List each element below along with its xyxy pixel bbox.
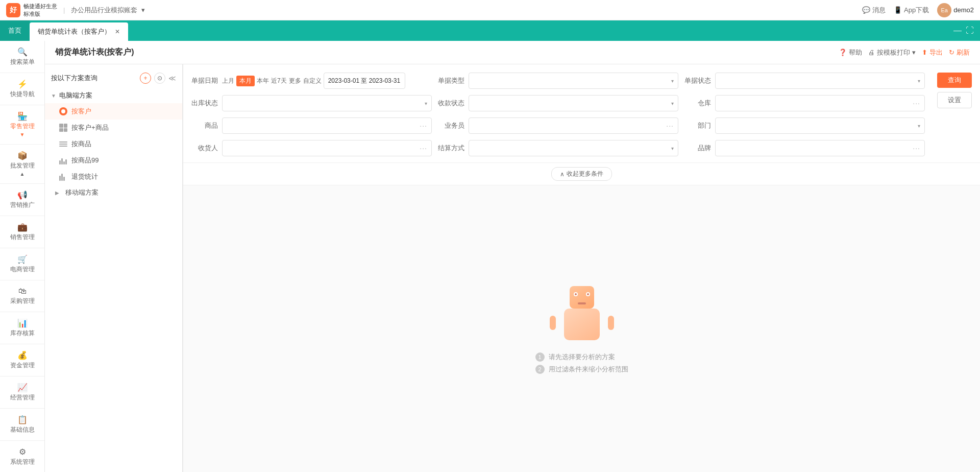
goods-input[interactable]: ··· (222, 117, 432, 134)
empty-illustration (554, 284, 610, 340)
date-tab-this-year[interactable]: 本年 (257, 77, 269, 85)
sidebar-item-basic[interactable]: 📋 基础信息 (0, 409, 44, 441)
filter-brand-field: 品牌 ··· (684, 140, 925, 156)
payment-status-dropdown[interactable]: ▾ (469, 95, 678, 111)
date-tab-more[interactable]: 更多 (289, 77, 301, 85)
date-tab-last-7[interactable]: 近7天 (271, 77, 287, 85)
filter-out-status-field: 出库状态 ▾ (191, 95, 432, 111)
scheme-item-by-goods-99[interactable]: 按商品99 (45, 152, 182, 169)
salesperson-input[interactable]: ··· (469, 117, 678, 134)
main-content: 🔍 搜索菜单 ⚡ 快捷导航 🏪 零售管理 ▼ 📦 批发管理 ▲ 📢 营销推广 (0, 41, 980, 472)
scheme-desktop-group-header[interactable]: ▼ 电脑端方案 (45, 88, 182, 103)
top-bar-title: 办公用品行业模拟账套 (71, 6, 137, 15)
query-button[interactable]: 查询 (937, 73, 972, 88)
sidebar-item-sales[interactable]: 💼 销售管理 (0, 216, 44, 248)
print-button[interactable]: 🖨 按模板打印 ▾ (868, 48, 916, 57)
sidebar-item-operations[interactable]: 📈 经营管理 (0, 376, 44, 409)
doc-status-dropdown[interactable]: ▾ (715, 73, 925, 89)
sidebar-item-finance[interactable]: 💰 资金管理 (0, 344, 44, 376)
basic-icon: 📋 (4, 415, 40, 424)
date-tab-this-month[interactable]: 本月 (236, 76, 255, 86)
page-area: 销货单统计表(按客户) ❓ 帮助 🖨 按模板打印 ▾ ⬆ 导出 (45, 41, 980, 472)
sidebar-item-system[interactable]: ⚙ 系统管理 (0, 441, 44, 472)
empty-hint-1: 1 请先选择要分析的方案 (535, 352, 628, 362)
tab-minimize-icon[interactable]: — (953, 26, 962, 35)
content-panel: 按以下方案查询 + ⊙ ≪ ▼ 电脑端方案 (45, 64, 980, 472)
operations-icon: 📈 (4, 383, 40, 392)
tab-sales-stat[interactable]: 销货单统计表（按客户） ✕ (30, 22, 128, 41)
scheme-collapse-button[interactable]: ≪ (168, 74, 176, 82)
user-name: demo2 (953, 6, 974, 14)
settlement-dropdown[interactable]: ▾ (469, 140, 678, 156)
doc-status-label: 单据状态 (684, 76, 715, 85)
message-button[interactable]: 💬 消息 (862, 6, 886, 15)
illustration-eye-right (586, 292, 590, 296)
scheme-header: 按以下方案查询 + ⊙ ≪ (45, 68, 182, 88)
help-button[interactable]: ❓ 帮助 (839, 48, 862, 57)
doc-type-dropdown[interactable]: ▾ (469, 73, 678, 89)
scheme-edit-button[interactable]: ⊙ (154, 73, 165, 84)
help-icon: ❓ (839, 49, 847, 56)
sidebar-item-purchase[interactable]: 🛍 采购管理 (0, 280, 44, 312)
date-tab-custom[interactable]: 自定义 (303, 77, 322, 85)
department-dropdown[interactable]: ▾ (715, 117, 925, 134)
ecommerce-icon: 🛒 (4, 254, 40, 264)
scheme-add-button[interactable]: + (140, 73, 151, 84)
date-range-input[interactable]: 2023-03-01 至 2023-03-31 (324, 73, 405, 89)
refresh-button[interactable]: ↻ 刷新 (949, 48, 970, 57)
app-download-button[interactable]: 📱 App下载 (894, 6, 929, 15)
filter-consignee-field: 收货人 ··· (191, 140, 432, 156)
search-icon: 🔍 (4, 47, 40, 57)
scheme-item-return-stat[interactable]: 退货统计 (45, 169, 182, 185)
brand-more-icon: ··· (913, 144, 920, 152)
brand-input[interactable]: ··· (715, 140, 925, 156)
department-label: 部门 (684, 121, 715, 130)
warehouse-more-icon: ··· (913, 99, 920, 107)
out-status-dropdown[interactable]: ▾ (222, 95, 432, 111)
settings-button[interactable]: 设置 (937, 92, 972, 108)
tab-close-icon[interactable]: ✕ (115, 28, 120, 35)
message-icon: 💬 (862, 6, 870, 14)
scheme-item-by-customer-goods[interactable]: 按客户+商品 (45, 120, 182, 136)
sidebar-item-quicknav[interactable]: ⚡ 快捷导航 (0, 73, 44, 105)
consignee-input[interactable]: ··· (222, 140, 432, 156)
sidebar-item-search[interactable]: 🔍 搜索菜单 (0, 41, 44, 73)
export-button[interactable]: ⬆ 导出 (922, 48, 943, 57)
tab-maximize-icon[interactable]: ⛶ (966, 26, 974, 35)
home-tab-label: 首页 (8, 26, 21, 35)
warehouse-input[interactable]: ··· (715, 95, 925, 111)
sidebar-item-inventory[interactable]: 📊 库存核算 (0, 312, 44, 344)
scheme-mobile-group: ▶ 移动端方案 (45, 185, 182, 200)
refresh-icon: ↻ (949, 49, 954, 56)
settlement-label: 结算方式 (438, 144, 469, 153)
payment-status-label: 收款状态 (438, 99, 469, 108)
tab-home[interactable]: 首页 (0, 20, 30, 41)
doc-type-arrow-icon: ▾ (671, 78, 674, 84)
wholesale-icon: 📦 (4, 151, 40, 160)
scheme-item-by-goods[interactable]: 按商品 (45, 136, 182, 152)
sidebar-item-retail[interactable]: 🏪 零售管理 ▼ (0, 105, 44, 145)
scheme-desktop-group: ▼ 电脑端方案 按客户 (45, 88, 182, 185)
sidebar-item-ecommerce[interactable]: 🛒 电商管理 (0, 248, 44, 280)
collapse-bar: ∧ 收起更多条件 (183, 162, 980, 185)
sidebar-item-marketing[interactable]: 📢 营销推广 (0, 184, 44, 216)
department-arrow-icon: ▾ (918, 123, 920, 129)
filter-warehouse-field: 仓库 ··· (684, 95, 925, 111)
illustration-arm-right (608, 316, 614, 330)
sidebar-item-wholesale[interactable]: 📦 批发管理 ▲ (0, 145, 44, 184)
collapse-button[interactable]: ∧ 收起更多条件 (551, 167, 612, 181)
filter-doc-status-field: 单据状态 ▾ (684, 73, 925, 89)
user-avatar: Ea (937, 3, 951, 17)
top-title-dropdown[interactable]: ▾ (141, 6, 145, 14)
date-tab-last-month[interactable]: 上月 (222, 77, 234, 85)
empty-hint-2: 2 用过滤条件来缩小分析范围 (535, 365, 628, 374)
settlement-arrow-icon: ▾ (671, 146, 674, 151)
scheme-mobile-group-header[interactable]: ▶ 移动端方案 (45, 185, 182, 200)
filter-doc-type-field: 单据类型 ▾ (438, 73, 678, 89)
user-area[interactable]: Ea demo2 (937, 3, 974, 17)
page-title: 销货单统计表(按客户) (55, 47, 134, 58)
inventory-icon: 📊 (4, 318, 40, 328)
scheme-item-by-customer[interactable]: 按客户 (45, 103, 182, 120)
retail-icon: 🏪 (4, 111, 40, 121)
filter-goods-field: 商品 ··· (191, 117, 432, 134)
